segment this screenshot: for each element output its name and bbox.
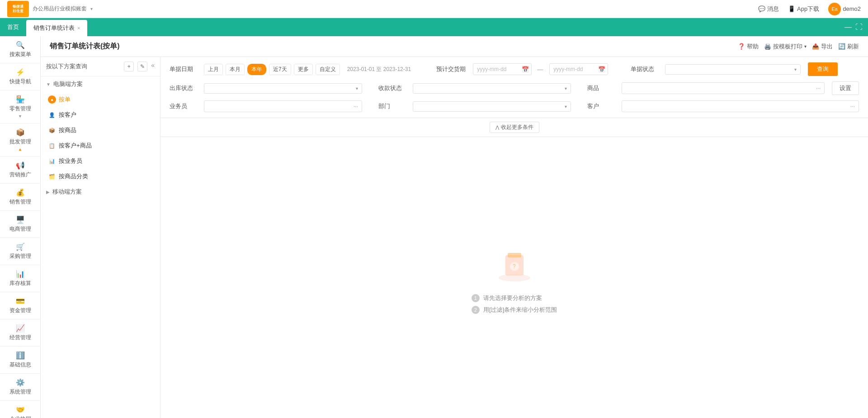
help-icon: ❓ xyxy=(738,43,745,50)
delivery-status-label: 出库状态 xyxy=(170,84,197,92)
sidebar-item-ecommerce[interactable]: 🖥️ 电商管理 xyxy=(0,211,40,238)
collapse-panel-btn[interactable]: « xyxy=(151,62,155,71)
scheme-item-bycustomergoods[interactable]: 📋 按客户+商品 xyxy=(41,138,160,153)
sidebar-label: 电商管理 xyxy=(9,225,31,233)
sidebar-item-basic[interactable]: ℹ️ 基础信息 xyxy=(0,347,40,374)
sidebar-item-wholesale[interactable]: 📦 批发管理 ▲ xyxy=(0,124,40,157)
export-btn[interactable]: 📤 导出 xyxy=(812,43,833,51)
mobile-schemes-category[interactable]: ▶ 移动端方案 xyxy=(41,184,160,200)
status-select[interactable]: ▾ xyxy=(665,64,801,75)
date-btn-thismonth[interactable]: 本月 xyxy=(226,64,245,75)
date-range-display: 2023-01-01 至 2023-12-31 xyxy=(347,66,411,73)
sidebar-item-system[interactable]: ⚙️ 系统管理 xyxy=(0,374,40,401)
scheme-item-bysalesperson[interactable]: 📊 按业务员 xyxy=(41,153,160,169)
nav-tabs: 首页 销售订单统计表 × — ⛶ xyxy=(0,18,868,36)
topbar: 畅捷通 好生意 办公用品行业模拟账套 ▾ 💬 消息 📱 App下载 Ea dem… xyxy=(0,0,868,18)
settings-btn[interactable]: 设置 xyxy=(832,81,859,95)
tab-home[interactable]: 首页 xyxy=(0,18,26,36)
minimize-icon[interactable]: — xyxy=(844,23,852,31)
empty-hint-2: 2 用[过滤]条件来缩小分析范围 xyxy=(472,306,557,314)
payment-status-label: 收款状态 xyxy=(378,84,406,92)
close-tab-icon[interactable]: × xyxy=(77,25,80,31)
retail-icon: 🏪 xyxy=(16,95,25,104)
salesperson-more-icon[interactable]: ··· xyxy=(354,103,358,109)
collapse-more-conditions-btn[interactable]: ⋀ 收起更多条件 xyxy=(490,122,539,133)
goods-select[interactable]: ··· xyxy=(622,82,825,94)
expected-date-inputs: 📅 — 📅 xyxy=(473,63,605,75)
date-btn-more[interactable]: 更多 xyxy=(294,64,313,75)
message-btn[interactable]: 💬 消息 xyxy=(758,5,779,13)
app-download-btn[interactable]: 📱 App下载 xyxy=(788,5,819,13)
dept-select[interactable]: ▾ xyxy=(413,101,571,112)
empty-state: ? 1 请先选择要分析的方案 2 用[过滤]条件来缩小分析范围 xyxy=(160,137,868,418)
sidebar-item-search[interactable]: 🔍 搜索菜单 xyxy=(0,36,40,63)
scheme-item-bycustomer[interactable]: 👤 按客户 xyxy=(41,107,160,123)
chevron-right-icon: ▶ xyxy=(46,190,50,195)
sidebar-item-operations[interactable]: 📈 经营管理 xyxy=(0,319,40,347)
tab-sales-order-stats[interactable]: 销售订单统计表 × xyxy=(26,20,87,36)
category-icon: 🗂️ xyxy=(48,172,56,180)
salesperson-icon: 📊 xyxy=(48,157,56,165)
print-btn[interactable]: 🖨️ 按模板打印 ▾ xyxy=(764,43,807,51)
delivery-status-select[interactable]: ▾ xyxy=(204,83,362,94)
sales-icon: 💰 xyxy=(16,188,25,197)
empty-hint-1: 1 请先选择要分析的方案 xyxy=(472,294,557,302)
purchase-icon: 🛒 xyxy=(16,242,25,251)
date-btn-lastmonth[interactable]: 上月 xyxy=(204,64,223,75)
print-dropdown-icon: ▾ xyxy=(804,44,807,49)
date-btn-7days[interactable]: 近7天 xyxy=(269,64,291,75)
query-btn[interactable]: 查询 xyxy=(808,62,838,76)
left-panel-icons: + ✎ « xyxy=(124,62,155,71)
sidebar-label: 系统管理 xyxy=(9,388,31,396)
avatar: Ea xyxy=(828,3,841,15)
scheme-item-bycategory[interactable]: 🗂️ 按商品分类 xyxy=(41,169,160,184)
maximize-icon[interactable]: ⛶ xyxy=(855,23,863,31)
chevron-down-icon: ▾ xyxy=(356,86,358,91)
customer-scheme-icon: 👤 xyxy=(48,111,56,119)
chevron-down-icon: ▾ xyxy=(565,104,567,109)
salesperson-select[interactable]: ··· xyxy=(204,100,362,112)
filter-area: 单据日期 上月 本月 本年 近7天 更多 自定义 2023-01-01 至 20… xyxy=(160,57,868,118)
sidebar-item-sales[interactable]: 💰 销售管理 xyxy=(0,184,40,211)
customer-select[interactable]: ··· xyxy=(622,100,859,112)
edit-scheme-btn[interactable]: ✎ xyxy=(137,62,147,71)
pc-schemes-category[interactable]: ▼ 电脑端方案 xyxy=(41,76,160,92)
scheme-item-bygoods[interactable]: 📦 按商品 xyxy=(41,123,160,138)
add-scheme-btn[interactable]: + xyxy=(124,62,134,71)
refresh-btn[interactable]: 🔄 刷新 xyxy=(838,43,859,51)
sidebar-item-marketing[interactable]: 📢 营销推广 xyxy=(0,157,40,184)
chevron-down-icon: ▾ xyxy=(565,86,567,91)
help-btn[interactable]: ❓ 帮助 xyxy=(738,43,759,51)
goods-scheme-icon: 📦 xyxy=(48,126,56,134)
customer-more-icon[interactable]: ··· xyxy=(850,103,855,109)
sidebar-label: 库存核算 xyxy=(9,280,31,287)
user-menu[interactable]: Ea demo2 xyxy=(828,3,861,15)
sidebar-item-inventory[interactable]: 📊 库存核算 xyxy=(0,265,40,292)
goods-filter-label: 商品 xyxy=(587,84,614,92)
sidebar-label: 经营管理 xyxy=(9,334,31,342)
left-panel-title: 按以下方案查询 xyxy=(46,62,87,71)
sidebar-item-collab[interactable]: 🤝 企业协同 xyxy=(0,401,40,418)
sidebar-label: 营销推广 xyxy=(9,171,31,179)
quicknav-icon: ⚡ xyxy=(16,68,25,76)
body-layout: 按以下方案查询 + ✎ « ▼ 电脑端方案 xyxy=(41,57,868,418)
company-dropdown-icon[interactable]: ▾ xyxy=(90,6,93,11)
message-icon: 💬 xyxy=(758,5,765,12)
export-icon: 📤 xyxy=(812,43,819,50)
payment-status-select[interactable]: ▾ xyxy=(413,83,571,94)
goods-more-icon[interactable]: ··· xyxy=(816,85,821,91)
sidebar-label: 企业协同 xyxy=(9,415,31,418)
sidebar-item-retail[interactable]: 🏪 零售管理 ▼ xyxy=(0,90,40,124)
sidebar-item-finance[interactable]: 💳 资金管理 xyxy=(0,292,40,319)
search-icon: 🔍 xyxy=(16,41,25,49)
sidebar-item-purchase[interactable]: 🛒 采购管理 xyxy=(0,238,40,265)
expected-date-label: 预计交货期 xyxy=(436,65,466,73)
date-btn-custom[interactable]: 自定义 xyxy=(316,64,340,75)
ecommerce-icon: 🖥️ xyxy=(16,215,25,224)
sidebar-item-quicknav[interactable]: ⚡ 快捷导航 xyxy=(0,63,40,90)
main-layout: 🔍 搜索菜单 ⚡ 快捷导航 🏪 零售管理 ▼ 📦 批发管理 ▲ 📢 营销推广 💰… xyxy=(0,36,868,418)
chevron-up-icon: ▲ xyxy=(18,147,22,152)
scheme-item-byorder[interactable]: ● 按单 xyxy=(41,92,160,107)
print-icon: 🖨️ xyxy=(764,43,771,50)
date-btn-thisyear[interactable]: 本年 xyxy=(247,64,266,75)
